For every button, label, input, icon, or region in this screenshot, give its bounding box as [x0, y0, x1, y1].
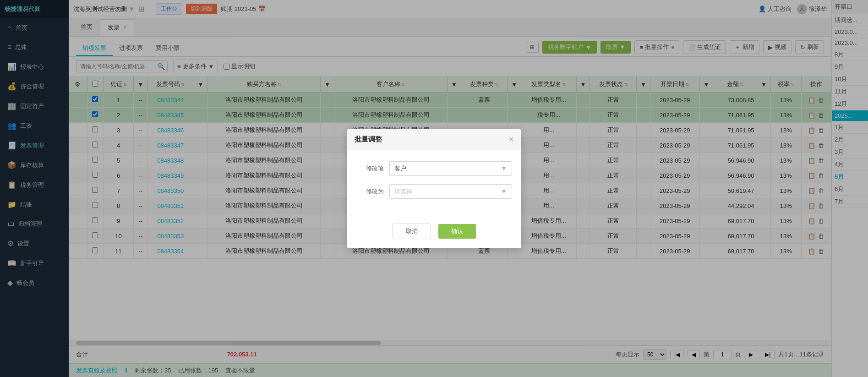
modal-change-row: 修改为 请选择 ▼: [356, 184, 512, 199]
modal-confirm-btn[interactable]: 确认: [438, 224, 476, 239]
modal-field-label: 修改项: [356, 164, 384, 173]
modal-title: 批量调整: [355, 135, 382, 144]
modal-field-dropdown-icon: ▼: [501, 165, 507, 172]
modal-change-select[interactable]: 请选择 ▼: [389, 184, 512, 199]
modal-change-dropdown-icon: ▼: [501, 188, 507, 195]
modal-header: 批量调整 ×: [347, 129, 521, 150]
modal-overlay: 批量调整 × 修改项 客户 ▼ 修改为 请选择 ▼ 取消 确认: [0, 0, 868, 377]
modal-field-select[interactable]: 客户 ▼: [389, 161, 512, 176]
modal-change-placeholder: 请选择: [394, 187, 412, 196]
modal-field-value: 客户: [394, 164, 406, 173]
modal-close-btn[interactable]: ×: [509, 135, 514, 144]
modal-footer: 取消 确认: [347, 218, 521, 248]
modal-field-row: 修改项 客户 ▼: [356, 161, 512, 176]
modal-change-label: 修改为: [356, 187, 384, 196]
modal-cancel-btn[interactable]: 取消: [393, 224, 431, 239]
modal-body: 修改项 客户 ▼ 修改为 请选择 ▼: [347, 150, 521, 218]
batch-adjust-modal: 批量调整 × 修改项 客户 ▼ 修改为 请选择 ▼ 取消 确认: [347, 129, 521, 248]
